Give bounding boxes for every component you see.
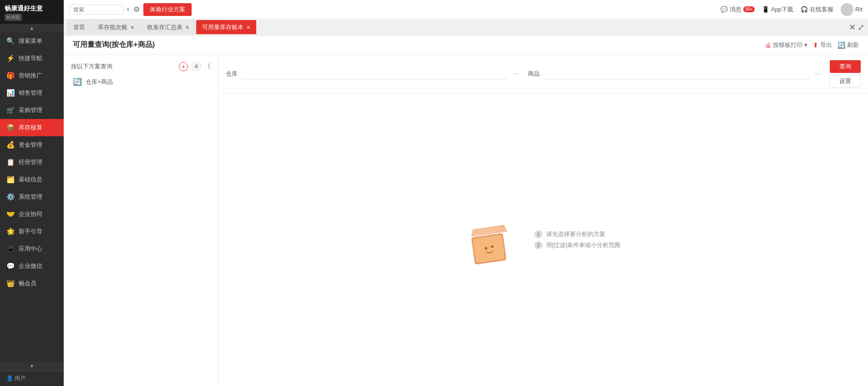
trial-industry-button[interactable]: 体验行业方案 <box>143 3 192 16</box>
filter-item-label: 仓库+商品 <box>86 78 113 86</box>
sidebar-item-system[interactable]: ⚙️ 系统管理 <box>0 188 64 206</box>
gear-icon: ⚙️ <box>6 193 15 201</box>
tab-inventory-batch-close[interactable]: ✕ <box>130 25 134 31</box>
sidebar-item-label: 采购管理 <box>19 106 42 114</box>
money-icon: 💰 <box>6 141 15 149</box>
tabs-actions: ✕ ⤢ <box>849 22 864 32</box>
tab-available-ledger[interactable]: 可用量库存账本 ✕ <box>196 20 256 34</box>
sidebar-item-label: 新手引导 <box>19 227 42 236</box>
filter-add-button[interactable]: + <box>179 62 188 71</box>
sidebar-item-wechat[interactable]: 💬 企业微信 <box>0 257 64 275</box>
sidebar-item-guide[interactable]: 🌟 新手引导 <box>0 223 64 240</box>
version-tag: 标准版 <box>5 14 22 21</box>
app-download-label: App下载 <box>771 5 793 14</box>
gift-icon: 🎁 <box>6 72 15 80</box>
warehouse-input[interactable] <box>241 68 507 79</box>
message-item[interactable]: 💬 消息 99+ <box>721 5 755 14</box>
hint-text-2: 用[过滤]条件来缩小分析范围 <box>546 241 620 249</box>
sidebar-item-label: 应用中心 <box>19 245 42 253</box>
app-download-item[interactable]: 📱 App下载 <box>762 5 793 14</box>
sidebar-item-label: 销售管理 <box>19 89 42 97</box>
refresh-icon: 🔄 <box>838 41 845 49</box>
print-action[interactable]: 🖨 按模板打印 ▾ <box>765 41 807 49</box>
left-filter-panel: 按以下方案查询 + ⚙ 《 🔄 仓库+商品 <box>64 55 218 386</box>
box-icon: 📦 <box>6 124 15 132</box>
sidebar-item-shortcut[interactable]: ⚡ 快捷导航 <box>0 50 64 67</box>
svg-text:✦: ✦ <box>500 223 505 230</box>
query-button[interactable]: 查询 <box>830 60 861 73</box>
filter-collapse-button[interactable]: 《 <box>204 62 211 71</box>
sidebar-item-basic[interactable]: 🗂️ 基础信息 <box>0 171 64 188</box>
sidebar-item-enterprise[interactable]: 🤝 企业协同 <box>0 206 64 223</box>
sidebar-item-app[interactable]: 📱 应用中心 <box>0 240 64 257</box>
empty-hint-2: 2 用[过滤]条件来缩小分析范围 <box>534 241 620 249</box>
sidebar-item-label: 畅会员 <box>19 279 36 288</box>
sidebar-scroll-down[interactable]: ▼ <box>0 362 64 371</box>
user-name: Rit <box>855 6 863 13</box>
sidebar-item-search[interactable]: 🔍 搜索菜单 <box>0 32 64 50</box>
sidebar-item-inventory[interactable]: 📦 库存核算 <box>0 119 64 136</box>
export-label: 导出 <box>820 41 832 49</box>
maximize-tab-button[interactable]: ⤢ <box>858 22 864 32</box>
search-icon: 🔍 <box>6 37 15 45</box>
tab-home-label: 首页 <box>73 23 85 31</box>
export-action[interactable]: ⬆ 导出 <box>813 41 832 49</box>
sidebar-item-finance[interactable]: 💰 资金管理 <box>0 136 64 154</box>
search-input[interactable] <box>69 5 124 15</box>
online-service-item[interactable]: 🎧 在线客服 <box>801 5 833 14</box>
print-dropdown-icon[interactable]: ▾ <box>804 41 807 48</box>
message-label: 消息 <box>730 5 741 14</box>
print-icon: 🖨 <box>765 41 771 49</box>
empty-hints: 1 请先选择要分析的方案 2 用[过滤]条件来缩小分析范围 <box>534 230 620 249</box>
sidebar-item-purchase[interactable]: 🛒 采购管理 <box>0 102 64 119</box>
sidebar-item-label: 系统管理 <box>19 193 42 201</box>
sidebar-item-label: 企业微信 <box>19 262 42 270</box>
print-label: 按模板打印 <box>773 41 802 49</box>
tab-available-ledger-close[interactable]: ✕ <box>246 25 250 31</box>
user-label: 👤 用户 <box>6 375 25 381</box>
svg-rect-1 <box>472 235 505 263</box>
refresh-action[interactable]: 🔄 刷新 <box>838 41 859 49</box>
warehouse-label: 仓库 <box>226 70 238 78</box>
avatar <box>841 3 853 16</box>
sidebar-item-operation[interactable]: 📋 经营管理 <box>0 154 64 171</box>
sidebar-item-member[interactable]: 👑 畅会员 <box>0 275 64 292</box>
goods-input[interactable] <box>543 68 809 79</box>
sidebar-bottom-user[interactable]: 👤 用户 <box>0 371 64 386</box>
filter-item-warehouse-goods[interactable]: 🔄 仓库+商品 <box>64 74 218 90</box>
sidebar-item-label: 搜索菜单 <box>19 37 42 45</box>
folder-icon: 🗂️ <box>6 175 15 184</box>
sidebar-item-label: 营销推广 <box>19 72 42 80</box>
user-avatar-item[interactable]: Rit <box>841 3 863 16</box>
warehouse-more-icon[interactable]: ··· <box>511 70 520 78</box>
dropdown-arrow-icon[interactable]: ▾ <box>127 6 130 13</box>
tab-inventory-batch[interactable]: 库存批次账 ✕ <box>92 20 140 34</box>
tab-collect-summary[interactable]: 收发存汇总表 ✕ <box>141 20 195 34</box>
goods-label: 商品 <box>528 70 540 78</box>
gear-settings-icon[interactable]: ⚙ <box>133 5 140 14</box>
sidebar-header: 畅康通好生意 标准版 <box>0 0 64 24</box>
close-tab-button[interactable]: ✕ <box>849 22 856 32</box>
mobile-icon: 📱 <box>6 245 15 253</box>
goods-field: 商品 ··· <box>528 68 823 79</box>
page-header: 可用量查询(按仓库+商品) 🖨 按模板打印 ▾ ⬆ 导出 🔄 刷新 <box>64 36 868 55</box>
warehouse-goods-icon: 🔄 <box>73 77 82 86</box>
tab-available-ledger-label: 可用量库存账本 <box>202 23 244 31</box>
empty-visual-wrapper: ✦ · 1 请先选择要分析的方案 2 用[过滤]条件来缩小分析范围 <box>466 217 620 262</box>
online-service-label: 在线客服 <box>810 5 833 14</box>
cart-icon: 🛒 <box>6 106 15 114</box>
tab-collect-summary-close[interactable]: ✕ <box>185 25 189 31</box>
sidebar-item-sales[interactable]: 📊 销售管理 <box>0 84 64 102</box>
sidebar-scroll-up[interactable]: ▲ <box>0 24 64 32</box>
topbar: ▾ ⚙ 体验行业方案 💬 消息 99+ 📱 App下载 🎧 在线客服 Rit <box>64 0 868 19</box>
message-icon: 💬 <box>721 6 728 13</box>
shortcut-icon: ⚡ <box>6 54 15 62</box>
sidebar-item-marketing[interactable]: 🎁 营销推广 <box>0 67 64 84</box>
handshake-icon: 🤝 <box>6 210 15 218</box>
settings-button[interactable]: 设置 <box>830 75 861 87</box>
tab-home[interactable]: 首页 <box>67 20 91 34</box>
topbar-search: ▾ <box>69 5 130 15</box>
right-content: 仓库 ··· 商品 ··· 查询 设置 <box>218 55 868 386</box>
filter-settings-button[interactable]: ⚙ <box>192 62 201 71</box>
goods-more-icon[interactable]: ··· <box>813 70 822 78</box>
